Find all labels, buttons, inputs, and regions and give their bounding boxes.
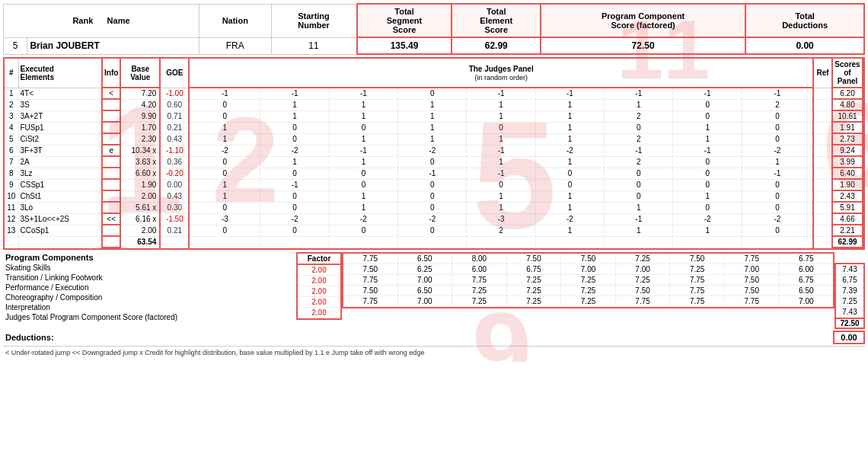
comp-judge-5: 7.75 [616,296,671,306]
comp-judges-div: 7.756.508.007.507.507.257.507.756.757.50… [342,252,834,308]
elem-num: 11 [5,202,18,213]
element-row: 10 ChSt1 2.00 0.43 101011010 2.43 [5,190,863,202]
elem-score: 3.99 [832,156,863,168]
judge-score-4: 1 [467,190,535,202]
elem-info: e [102,145,120,156]
athlete-starting-number: 11 [271,37,357,54]
judge-score-4: -3 [467,213,535,225]
elem-base: 1.90 [120,179,160,190]
col-executed: ExecutedElements [18,59,102,88]
elem-info [102,168,120,179]
comp-judge-8: 7.00 [780,296,834,306]
comp-scores-div: 7.436.757.397.257.43 [834,263,865,319]
judge-score-4: 1 [467,110,535,122]
comp-judge-5: 7.00 [616,264,671,274]
deductions-spacer2 [342,331,834,344]
elem-num: 9 [5,179,18,190]
judge-score-0: -2 [189,145,260,156]
comp-judge-4: 7.25 [561,275,616,285]
judge-score-6: 2 [605,156,673,168]
col-base-value: BaseValue [120,59,160,88]
comp-judge-8: 6.50 [780,286,834,296]
col-scores: Scoresof Panel [832,59,863,88]
judges-total-row: Judges Total Program Component Score (fa… [3,312,296,322]
elem-info [102,225,120,236]
judge-score-2: 1 [329,156,397,168]
comp-judge-1: 7.00 [398,275,453,285]
elem-num: 1 [5,88,18,99]
elem-goe [160,236,189,248]
elem-goe: 0.21 [160,122,189,133]
judge-score-0: 1 [189,133,260,145]
elem-num: 12 [5,213,18,225]
comp-name: Choreography / Composition [3,292,296,302]
elem-num: 10 [5,190,18,202]
judge-score-0: 1 [189,122,260,133]
comp-judge-1: 6.50 [398,254,453,264]
judge-score-3: 0 [398,202,467,213]
elem-goe: -1.50 [160,213,189,225]
judge-score-4: 0 [467,122,535,133]
athlete-rank: 5 [4,37,27,54]
elem-num: 2 [5,99,18,110]
elem-base: 5.61 x [120,202,160,213]
judge-score-7: 0 [673,202,742,213]
judge-score-3: 1 [398,110,467,122]
judge-score-7: 0 [673,179,742,190]
elem-info [102,156,120,168]
judge-score-1: 1 [260,99,329,110]
judge-score-2: 0 [329,225,397,236]
elem-score: 5.91 [832,202,863,213]
judge-score-3 [398,236,467,248]
judge-score-8: 0 [742,190,813,202]
judge-score-8 [742,236,813,248]
total-element-header: TotalElementScore [452,4,541,37]
elements-table: # ExecutedElements Info BaseValue GOE Th… [5,59,863,248]
judge-score-8: 1 [742,156,813,168]
element-row: 3 3A+2T 9.90 0.71 011111200 10.61 [5,110,863,122]
element-row: 1 4T< < 7.20 -1.00 -1-1-10-1-1-1-1-1 6.2… [5,88,863,99]
elem-score: 6.40 [832,168,863,179]
comp-name-row: Choreography / Composition [3,292,296,302]
comp-judge-7: 7.00 [725,264,780,274]
comp-judge-7: 7.75 [725,254,780,264]
judge-score-6: 0 [605,168,673,179]
judge-score-5: -2 [535,145,604,156]
elem-score: 9.24 [832,145,863,156]
elem-base: 10.34 x [120,145,160,156]
program-component-header: Program ComponentScore (factored) [541,4,745,37]
elem-ref [813,225,832,236]
factor-header: Factor [296,252,342,265]
comp-judge-3: 7.25 [507,275,562,285]
comp-judge-4: 7.25 [561,286,616,296]
elem-ref [813,156,832,168]
judge-score-0: 0 [189,168,260,179]
comp-names-tbody: Skating SkillsTransition / Linking Footw… [3,263,296,312]
elem-num: 4 [5,122,18,133]
judge-score-7: -2 [673,213,742,225]
judge-score-2: -1 [329,88,397,99]
element-row: 6 3F+3T e 10.34 x -1.10 -2-2-1-2-1-2-1-1… [5,145,863,156]
judge-score-5: 1 [535,99,604,110]
element-row: 8 3Lz 6.60 x -0.20 000-1-1000-1 6.40 [5,168,863,179]
comp-judge-row: 7.506.256.006.757.007.007.257.006.00 [343,264,833,275]
elem-ref [813,133,832,145]
comp-judge-4: 7.00 [561,264,616,274]
judge-score-4: 2 [467,225,535,236]
comp-judge-3: 7.25 [507,296,562,306]
judge-score-6: 2 [605,110,673,122]
judge-score-0 [189,236,260,248]
judge-score-7: 0 [673,168,742,179]
judges-panel-header: The Judges Panel(in random order) [189,59,813,88]
elem-base: 4.20 [120,99,160,110]
judge-score-5: 1 [535,225,604,236]
scores-spacer [834,252,865,263]
judge-score-1: 0 [260,225,329,236]
deductions-row: Deductions: 0.00 [3,331,864,344]
rank-name-header: Rank Name [4,4,199,37]
comp-judge-row: 7.757.007.757.257.257.257.757.506.75 [343,275,833,286]
judge-score-4: 0 [467,179,535,190]
deductions-table: Deductions: 0.00 [3,331,865,344]
judge-score-6: 1 [605,99,673,110]
judge-score-3: 0 [398,225,467,236]
